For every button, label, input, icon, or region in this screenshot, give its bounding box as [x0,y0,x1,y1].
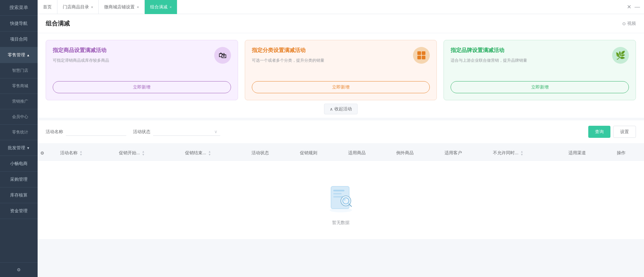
product-card-title: 指定商品设置满减活动 [53,47,231,54]
sidebar-item-label: 零售管理 [8,52,25,58]
filter-group-status: 活动状态 ∨ [133,128,220,136]
sidebar-item-label: 批发管理 [8,145,25,151]
table-wrapper: ⚙ 活动名称 ▲▼ 促销开始... ▲▼ 促销结束... [38,146,644,161]
query-button[interactable]: 查询 [588,126,610,138]
brand-card-title: 指定品牌设置满减活动 [451,47,629,54]
sort-icon: ▲▼ [520,150,523,156]
category-card-add-btn[interactable]: 立即新增 [252,81,430,93]
chevron-down-icon: ▼ [27,146,30,150]
th-applicable-goods: 适用商品 [346,146,394,160]
sidebar-item-xiaochangec[interactable]: 小畅电商 [0,156,38,172]
sort-icon: ▲▼ [142,150,145,156]
sidebar-settings[interactable]: ⚙ [0,262,38,277]
sidebar-item-project-contract[interactable]: 项目合同 [0,32,38,47]
collapse-label: 收起活动 [334,106,352,112]
window-close-icon[interactable]: ✕ [627,4,631,10]
empty-text: 暂无数据 [332,220,350,226]
th-activity-name[interactable]: 活动名称 ▲▼ [57,146,116,160]
tab-combo-discount-label: 组合满减 [150,4,168,10]
data-table: ⚙ 活动名称 ▲▼ 促销开始... ▲▼ 促销结束... [38,146,644,161]
main-area: 首页 门店商品目录 × 微商城店铺设置 × 组合满减 × ✕ — 组合满减 ⊙ … [38,0,644,277]
sidebar-item-purchase-mgmt[interactable]: 采购管理 [0,172,38,187]
empty-state-icon [324,181,358,214]
tab-store-catalog-label: 门店商品目录 [63,4,89,10]
svg-rect-7 [333,193,342,194]
sidebar-item-label: 零售统计 [12,129,28,135]
tab-wechat-store-close[interactable]: × [137,5,139,9]
page-title: 组合满减 [46,19,70,27]
sidebar-item-smart-store[interactable]: 智慧门店 [0,63,38,78]
tabs-bar: 首页 门店商品目录 × 微商城店铺设置 × 组合满减 × ✕ — [38,0,644,14]
sidebar-item-label: 营销推广 [12,99,28,104]
tab-home[interactable]: 首页 [38,0,57,14]
page-header: 组合满减 ⊙ 视频 [38,14,644,33]
sidebar-item-fund-mgmt[interactable]: 资金管理 [0,203,38,219]
sidebar-item-inventory-calc[interactable]: 库存核算 [0,187,38,203]
tab-store-catalog[interactable]: 门店商品目录 × [57,0,99,14]
filter-section: 活动名称 活动状态 ∨ 查询 设置 [38,120,644,143]
setting-button[interactable]: 设置 [613,126,636,138]
gear-icon: ⚙ [17,267,21,272]
collapse-activity-btn[interactable]: ∧ 收起活动 [324,104,358,114]
category-card-desc: 可选一个或者多个分类，提升分类的销量 [252,57,430,76]
sidebar-item-retail-mall[interactable]: 零售商城 [0,78,38,94]
sidebar-item-retail-stats[interactable]: 零售统计 [0,125,38,140]
chevron-up-icon: ∧ [330,107,333,112]
activity-section: 🛍 指定商品设置满减活动 可指定滞销商品或库存较多商品 立即新增 [38,33,644,118]
video-label: 视频 [627,20,636,26]
filter-status-select[interactable]: ∨ [153,128,220,136]
sidebar-item-label: 智慧门店 [12,68,28,73]
svg-rect-0 [417,51,421,55]
table-section: ⚙ 活动名称 ▲▼ 促销开始... ▲▼ 促销结束... [38,146,644,239]
svg-point-12 [344,199,346,201]
table-header-row: ⚙ 活动名称 ▲▼ 促销开始... ▲▼ 促销结束... [38,146,644,160]
sidebar-item-label: 库存核算 [10,192,28,198]
brand-card-add-btn[interactable]: 立即新增 [451,81,629,93]
sidebar-item-retail-mgmt[interactable]: 零售管理 ▲ [0,47,38,63]
filter-name-input[interactable] [66,128,126,136]
tab-wechat-store[interactable]: 微商城店铺设置 × [99,0,144,14]
window-minimize-icon[interactable]: — [635,4,640,10]
activity-cards: 🛍 指定商品设置满减活动 可指定滞销商品或库存较多商品 立即新增 [46,40,636,100]
category-card-title: 指定分类设置满减活动 [252,47,430,54]
grid-icon [417,51,426,60]
settings-icon: ⚙ [40,151,44,156]
filter-status-label: 活动状态 [133,129,150,135]
svg-rect-6 [333,189,344,191]
video-link[interactable]: ⊙ 视频 [622,20,636,26]
tab-wechat-store-label: 微商城店铺设置 [104,4,135,10]
tab-combo-discount[interactable]: 组合满减 × [145,0,177,14]
activity-card-category: 指定分类设置满减活动 可选一个或者多个分类，提升分类的销量 立即新增 [245,40,437,100]
tab-combo-discount-close[interactable]: × [170,5,172,9]
activity-card-product: 🛍 指定商品设置满减活动 可指定滞销商品或库存较多商品 立即新增 [46,40,238,100]
sidebar-item-wholesale-mgmt[interactable]: 批发管理 ▼ [0,140,38,156]
th-promo-start[interactable]: 促销开始... ▲▼ [116,146,183,160]
sidebar-search[interactable]: 搜索菜单 [0,0,38,16]
th-operation: 操作 [614,146,644,160]
product-card-add-btn[interactable]: 立即新增 [53,81,231,93]
content-area: 组合满减 ⊙ 视频 🛍 指定商品设置满减活动 可指定滞销商品或库存较多商品 立即… [38,14,644,277]
shopping-bag-icon: 🛍 [219,51,227,60]
sort-icon: ▲▼ [208,150,211,156]
th-promo-rule: 促销规则 [297,146,346,160]
sidebar-item-marketing[interactable]: 营销推广 [0,94,38,109]
th-excluded-goods: 例外商品 [394,146,442,160]
th-applicable-customer: 适用客户 [442,146,490,160]
svg-rect-3 [422,56,425,59]
filter-name-label: 活动名称 [46,129,63,135]
svg-rect-8 [333,196,343,197]
activity-card-brand: 🌿 指定品牌设置满减活动 适合与上游企业联合做营销，提升品牌销量 立即新增 [444,40,636,100]
brand-card-desc: 适合与上游企业联合做营销，提升品牌销量 [451,57,629,76]
sidebar-item-quick-nav[interactable]: 快捷导航 [0,16,38,32]
dropdown-icon: ∨ [214,129,218,134]
th-promo-end[interactable]: 促销结束... ▲▼ [182,146,249,160]
tab-store-catalog-close[interactable]: × [91,5,93,9]
category-card-icon [413,47,430,64]
th-settings[interactable]: ⚙ [38,146,57,160]
sort-icon: ▲▼ [80,150,83,156]
svg-rect-2 [417,56,421,59]
sidebar-item-member-center[interactable]: 会员中心 [0,109,38,125]
product-card-desc: 可指定滞销商品或库存较多商品 [53,57,231,76]
th-not-allow-same[interactable]: 不允许同时... ▲▼ [490,146,566,160]
sidebar-item-label: 快捷导航 [10,20,28,26]
